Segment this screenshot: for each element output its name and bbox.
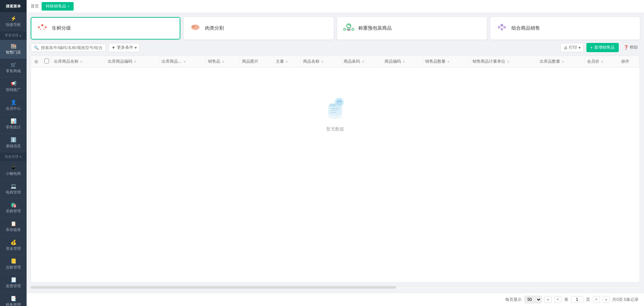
scrollbar-thumb[interactable] bbox=[31, 286, 396, 289]
col-barcode-label: 商品条码 bbox=[344, 59, 360, 64]
col-sale-unit-label: 销售商品计量单位 bbox=[473, 59, 505, 64]
filter-arrow: ▾ bbox=[135, 45, 137, 50]
sidebar-logo[interactable]: 搜索菜单 bbox=[0, 0, 27, 12]
tab-card-scale[interactable]: 称重预包装商品 bbox=[337, 17, 487, 40]
tab-card-meat[interactable]: 肉类分割 bbox=[184, 17, 333, 40]
prev-page-button[interactable]: < bbox=[554, 296, 561, 303]
member-center-icon: 👤 bbox=[11, 100, 16, 105]
svg-point-16 bbox=[503, 26, 506, 29]
col-checkbox[interactable] bbox=[42, 56, 51, 67]
sidebar-item-ecom-mgmt[interactable]: 💻 电商管理 bbox=[0, 180, 27, 199]
sort-icon: ⇅ bbox=[507, 60, 509, 63]
purchase-mgmt-icon: 🛍️ bbox=[11, 202, 16, 208]
page-number-input[interactable] bbox=[571, 296, 583, 303]
col-barcode[interactable]: 商品条码 ⇅ bbox=[342, 56, 382, 67]
col-member-price[interactable]: 会员价 ⇅ bbox=[585, 56, 619, 67]
col-out-code-label: 出库商品编码 bbox=[108, 59, 132, 64]
topbar-tab-label: 特殊销售品 bbox=[46, 3, 66, 9]
per-page-select[interactable]: 50 10 20 100 bbox=[524, 296, 542, 303]
col-out-qty[interactable]: 出库品数量 ⇅ bbox=[538, 56, 585, 67]
col-settings[interactable]: ⚙ bbox=[31, 56, 42, 67]
filter-button[interactable]: ▼ 更多条件 ▾ bbox=[108, 43, 140, 52]
sort-icon: ⇅ bbox=[403, 60, 405, 63]
wholesale-label: 批发管理 bbox=[5, 154, 18, 159]
column-settings-icon[interactable]: ⚙ bbox=[34, 59, 39, 64]
last-page-button[interactable]: » bbox=[603, 296, 610, 303]
col-product-name[interactable]: 商品名称 ⇅ bbox=[301, 56, 342, 67]
sidebar-item-mini-ecom[interactable]: 📱 小畅电商 bbox=[0, 161, 27, 180]
print-icon: 🖨 bbox=[564, 45, 568, 50]
sidebar-section-wholesale[interactable]: 批发管理 ▼ bbox=[0, 152, 27, 161]
tab-card-fresh[interactable]: 生鲜分级 bbox=[31, 17, 180, 40]
search-input[interactable] bbox=[41, 45, 102, 50]
sidebar-item-label: 采购管理 bbox=[6, 209, 21, 214]
filter-icon: ▼ bbox=[111, 45, 116, 50]
topbar-home[interactable]: 首页 bbox=[31, 3, 39, 9]
sidebar-item-label: 零售商城 bbox=[6, 68, 21, 74]
select-all-checkbox[interactable] bbox=[44, 59, 49, 63]
svg-point-15 bbox=[500, 24, 503, 27]
col-sale-qty[interactable]: 销售品数量 ⇅ bbox=[423, 56, 470, 67]
tab-cards: 生鲜分级 肉类分割 bbox=[31, 17, 640, 40]
next-page-button[interactable]: > bbox=[593, 296, 600, 303]
col-out-name[interactable]: 出库商品名称 ⇅ bbox=[51, 56, 105, 67]
first-page-button[interactable]: « bbox=[544, 296, 552, 303]
invoice-mgmt-icon: 🧾 bbox=[11, 277, 16, 282]
tab-card-combo[interactable]: 组合商品销售 bbox=[490, 17, 640, 40]
sidebar-item-inventory[interactable]: 📋 库存核算 bbox=[0, 217, 27, 236]
sort-icon: ⇅ bbox=[362, 60, 364, 63]
sidebar-item-retail-mall[interactable]: 🛒 零售商城 bbox=[0, 59, 27, 77]
sidebar-item-basic-info[interactable]: ℹ️ 基础信息 bbox=[0, 134, 27, 152]
col-out-spec[interactable]: 出库商品... ⇅ bbox=[160, 56, 206, 67]
print-button[interactable]: 🖨 打印 ▾ bbox=[560, 43, 584, 52]
col-main-unit[interactable]: 主量 ⇅ bbox=[273, 56, 301, 67]
sidebar-item-tax-mgmt[interactable]: 📑 税务管理 bbox=[0, 292, 27, 306]
svg-point-3 bbox=[40, 29, 41, 30]
filter-label: 更多条件 bbox=[117, 45, 133, 50]
sidebar-item-sales-promo[interactable]: 📢 营销推广 bbox=[0, 77, 27, 96]
horizontal-scrollbar[interactable] bbox=[31, 286, 640, 289]
data-table-container: ⚙ 出库商品名称 ⇅ 出库商品编码 ⇅ bbox=[31, 56, 640, 282]
sales-promo-icon: 📢 bbox=[11, 81, 16, 86]
sidebar-item-label: 智慧门店 bbox=[6, 50, 21, 55]
toolbar: 🔍 ▼ 更多条件 ▾ 🖨 打印 ▾ + 新增销售品 bbox=[31, 43, 640, 52]
topbar-tab-special[interactable]: 特殊销售品 × bbox=[42, 2, 74, 11]
svg-point-1 bbox=[41, 24, 43, 26]
finance-mgmt-icon: 💰 bbox=[11, 240, 16, 245]
sidebar-item-general-ledger[interactable]: 📒 总账管理 bbox=[0, 255, 27, 274]
mini-ecom-icon: 📱 bbox=[11, 165, 16, 170]
col-sale-unit[interactable]: 销售商品计量单位 ⇅ bbox=[470, 56, 537, 67]
svg-rect-8 bbox=[347, 29, 351, 30]
col-image: 商品图片 bbox=[240, 56, 273, 67]
sidebar-item-retail-stats[interactable]: 📊 零售统计 bbox=[0, 115, 27, 134]
col-sale-item-label: 销售品 bbox=[208, 59, 220, 64]
empty-text: 暂无数据 bbox=[326, 126, 344, 132]
empty-state: 暂无数据 bbox=[31, 67, 640, 159]
quick-nav-icon: ⚡ bbox=[11, 16, 16, 21]
sidebar-item-finance-mgmt[interactable]: 💰 资金管理 bbox=[0, 236, 27, 255]
col-product-code[interactable]: 商品编码 ⇅ bbox=[382, 56, 423, 67]
empty-state-icon bbox=[321, 95, 349, 122]
topbar-tab-close[interactable]: × bbox=[68, 4, 70, 8]
ecom-mgmt-icon: 💻 bbox=[11, 183, 16, 189]
content-area: 生鲜分级 肉类分割 bbox=[27, 13, 644, 293]
sidebar-item-quick-nav[interactable]: ⚡ 快捷导航 bbox=[0, 12, 27, 31]
topbar: 首页 特殊销售品 × bbox=[27, 0, 644, 13]
add-icon: + bbox=[590, 45, 593, 50]
sidebar-item-label: 发票管理 bbox=[6, 284, 21, 289]
sidebar-item-purchase-mgmt[interactable]: 🛍️ 采购管理 bbox=[0, 199, 27, 217]
sidebar-item-member-center[interactable]: 👤 会员中心 bbox=[0, 96, 27, 115]
col-sale-item[interactable]: 销售品 ⇅ bbox=[206, 56, 240, 67]
help-button[interactable]: ❓ 帮助 bbox=[621, 43, 640, 52]
search-box[interactable]: 🔍 bbox=[31, 44, 106, 52]
sidebar-section-retail[interactable]: 零售管理 ▲ bbox=[0, 31, 27, 40]
page-unit: 页 bbox=[586, 297, 590, 303]
print-label: 打印 bbox=[569, 45, 577, 50]
col-product-name-label: 商品名称 bbox=[303, 59, 319, 64]
col-out-code[interactable]: 出库商品编码 ⇅ bbox=[105, 56, 159, 67]
add-sales-item-button[interactable]: + 新增销售品 bbox=[586, 43, 619, 52]
sidebar-item-invoice-mgmt[interactable]: 🧾 发票管理 bbox=[0, 274, 27, 292]
sidebar-item-smart-store[interactable]: 🏬 智慧门店 bbox=[0, 40, 27, 59]
sort-icon: ⇅ bbox=[321, 60, 324, 63]
inventory-icon: 📋 bbox=[11, 221, 16, 226]
